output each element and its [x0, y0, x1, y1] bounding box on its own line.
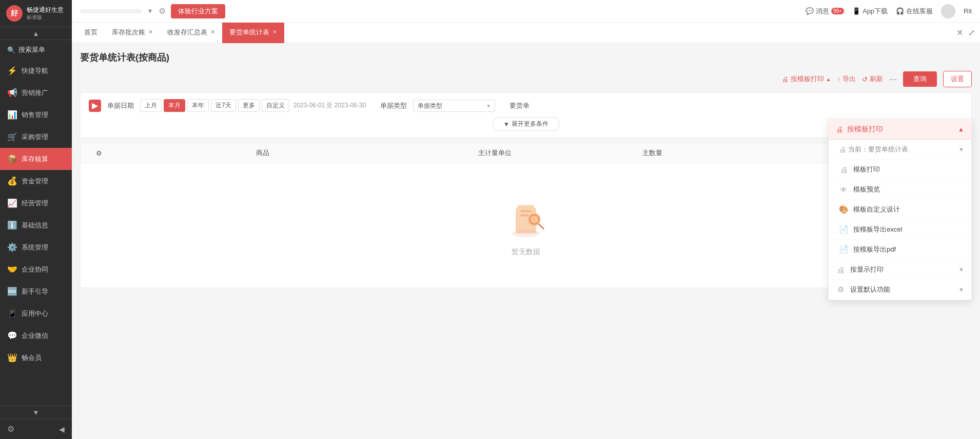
- search-icon: 🔍: [7, 46, 15, 54]
- sidebar-item-marketing[interactable]: 📢 营销推广: [0, 82, 72, 104]
- tab-payment-summary-close[interactable]: ✕: [210, 29, 215, 35]
- sidebar-scroll-down[interactable]: ▼: [32, 408, 40, 416]
- setting-button[interactable]: 设置: [943, 71, 972, 87]
- dropdown-item-export-excel[interactable]: 📄 按模板导出excel: [829, 220, 971, 240]
- template-design-icon: 🎨: [839, 205, 848, 214]
- set-default-expand-icon: ▼: [958, 287, 964, 293]
- sidebar-item-label: 系统管理: [22, 243, 48, 252]
- template-preview-icon: 👁: [839, 185, 848, 194]
- tab-home[interactable]: 首页: [77, 23, 105, 43]
- date-btn-last-month[interactable]: 上月: [140, 99, 162, 112]
- sidebar-item-purchase[interactable]: 🛒 采购管理: [0, 126, 72, 148]
- messages-action[interactable]: 💬 消息 99+: [806, 7, 844, 16]
- sidebar-item-sales[interactable]: 📊 销售管理: [0, 104, 72, 126]
- tab-payment-summary[interactable]: 收发存汇总表 ✕: [160, 23, 222, 43]
- system-icon: ⚙️: [7, 242, 17, 252]
- dropdown-item-template-print[interactable]: 🖨 模板打印: [829, 160, 971, 180]
- sidebar-item-guide[interactable]: 🆕 新手引导: [0, 280, 72, 302]
- service-icon: 🎧: [896, 7, 904, 15]
- dropdown-item-set-default[interactable]: ⚙ 设置默认功能 ▼: [829, 280, 971, 300]
- table-settings-icon[interactable]: ⚙: [96, 149, 102, 157]
- filter-expand-button[interactable]: ▶: [89, 100, 101, 112]
- sidebar-item-finance[interactable]: 💰 资金管理: [0, 170, 72, 192]
- tab-order-stats[interactable]: 要货单统计表 ✕: [222, 23, 284, 43]
- date-btn-this-year[interactable]: 本年: [187, 99, 209, 112]
- dropdown-item-export-pdf[interactable]: 📄 按模板导出pdf: [829, 240, 971, 260]
- settings-icon[interactable]: ⚙: [7, 424, 14, 434]
- member-icon: 👑: [7, 353, 17, 362]
- table-col-qty: 主数量: [574, 148, 731, 158]
- logo-icon: 好: [6, 5, 23, 22]
- date-btn-7days[interactable]: 近7天: [211, 99, 236, 112]
- date-btn-this-month[interactable]: 本月: [164, 99, 185, 112]
- export-pdf-icon: 📄: [839, 245, 848, 254]
- sidebar-nav: ⚡ 快捷导航 📢 营销推广 📊 销售管理 🛒 采购管理 📦 库存核算 💰 资金管…: [0, 60, 72, 406]
- sidebar-item-label: 资金管理: [22, 177, 48, 186]
- refresh-button[interactable]: ↺ 刷新: [862, 72, 883, 86]
- dropdown-item-template-design[interactable]: 🎨 模板自定义设计: [829, 200, 971, 220]
- cargo-label: 要货单: [509, 101, 530, 110]
- date-btn-custom[interactable]: 自定义: [262, 99, 289, 112]
- avatar[interactable]: [941, 4, 955, 18]
- sidebar-item-label: 新手引导: [22, 287, 48, 296]
- dropdown-current-item[interactable]: 🖨 当前：要货单统计表 ▼: [829, 140, 971, 160]
- set-default-icon: ⚙: [836, 285, 845, 294]
- online-service-action[interactable]: 🎧 在线客服: [896, 7, 933, 16]
- topbar-search-box[interactable]: [80, 9, 142, 13]
- type-select-wrapper[interactable]: 单据类型: [413, 100, 495, 112]
- trial-button[interactable]: 体验行业方案: [171, 4, 225, 18]
- sidebar-item-appstore[interactable]: 📱 应用中心: [0, 302, 72, 325]
- dropdown-title: 按模板打印: [847, 125, 883, 134]
- sidebar-item-quick-nav[interactable]: ⚡ 快捷导航: [0, 60, 72, 82]
- print-chevron-icon: ▲: [826, 77, 831, 82]
- tab-batch-account-close[interactable]: ✕: [148, 29, 153, 35]
- filter-row: ▶ 单据日期 上月 本月 本年 近7天 更多 自定义 2023-06-01 至 …: [89, 99, 963, 112]
- purchase-icon: 🛒: [7, 132, 17, 142]
- svg-rect-3: [520, 211, 532, 213]
- sidebar-item-label: 畅会员: [22, 353, 42, 362]
- expand-more-button[interactable]: ▼ 展开更多条件: [493, 117, 559, 131]
- dropdown-item-display-print[interactable]: 🖨 按显示打印 ▼: [829, 260, 971, 280]
- sales-icon: 📊: [7, 110, 17, 120]
- export-button[interactable]: ↑ 导出: [837, 72, 856, 86]
- table-col-unit: 主计量单位: [416, 148, 574, 158]
- print-button[interactable]: 🖨 按模板打印 ▲: [782, 72, 831, 86]
- appstore-icon: 📱: [7, 309, 17, 318]
- col-unit-label: 主计量单位: [478, 148, 512, 158]
- page-content: 要货单统计表(按商品) 🖨 按模板打印 ▲ ↑ 导出 ↺ 刷新 ··· 查询 设…: [72, 43, 980, 439]
- tab-batch-account[interactable]: 库存批次账 ✕: [105, 23, 160, 43]
- date-filter-label: 单据日期: [107, 101, 134, 110]
- app-download-action[interactable]: 📱 App下载: [852, 7, 888, 16]
- sidebar-scroll-up[interactable]: ▲: [32, 29, 40, 37]
- sidebar-item-label: 快捷导航: [22, 66, 48, 75]
- sidebar-item-basic[interactable]: ℹ️ 基础信息: [0, 214, 72, 236]
- more-options-button[interactable]: ···: [889, 74, 897, 85]
- sidebar-item-wechat[interactable]: 💬 企业微信: [0, 325, 72, 347]
- current-label-text: 当前：要货单统计表: [848, 145, 908, 154]
- sidebar-bottom: ⚙ ◀: [0, 418, 72, 439]
- export-icon: ↑: [837, 75, 840, 83]
- sidebar-item-enterprise[interactable]: 🤝 企业协同: [0, 258, 72, 280]
- tab-payment-summary-label: 收发存汇总表: [167, 28, 207, 37]
- sidebar-item-operation[interactable]: 📈 经营管理: [0, 192, 72, 214]
- sidebar-item-member[interactable]: 👑 畅会员: [0, 347, 72, 369]
- topbar-chevron-icon[interactable]: ▼: [147, 7, 153, 15]
- date-btn-more[interactable]: 更多: [238, 99, 260, 112]
- window-maximize-button[interactable]: ⤢: [968, 28, 975, 37]
- finance-icon: 💰: [7, 176, 17, 186]
- table-col-settings[interactable]: ⚙: [89, 149, 109, 157]
- sidebar-item-inventory[interactable]: 📦 库存核算: [0, 148, 72, 170]
- topbar-gear-icon[interactable]: ⚙: [159, 6, 166, 16]
- basic-icon: ℹ️: [7, 220, 17, 230]
- window-close-button[interactable]: ✕: [956, 28, 963, 37]
- query-button[interactable]: 查询: [903, 71, 937, 87]
- dropdown-item-template-preview[interactable]: 👁 模板预览: [829, 180, 971, 200]
- print-label: 按模板打印: [791, 74, 824, 84]
- sidebar-item-system[interactable]: ⚙️ 系统管理: [0, 236, 72, 258]
- dropdown-up-icon[interactable]: ▲: [958, 126, 964, 133]
- collapse-icon[interactable]: ◀: [59, 425, 65, 433]
- sidebar-search[interactable]: 🔍 搜索菜单: [0, 40, 72, 60]
- sidebar-search-label: 搜索菜单: [18, 45, 45, 54]
- tab-order-stats-close[interactable]: ✕: [272, 29, 277, 35]
- type-select[interactable]: 单据类型: [413, 100, 495, 112]
